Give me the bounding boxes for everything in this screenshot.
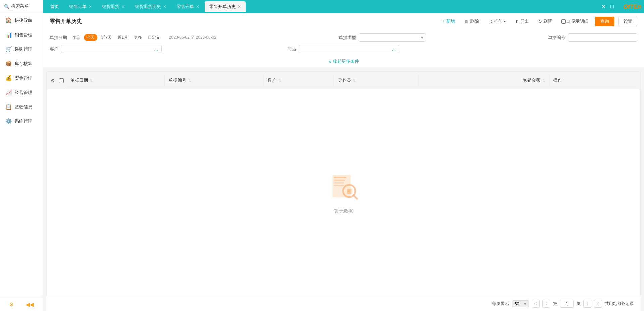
- last-page-btn[interactable]: ⟩⟩: [594, 300, 602, 308]
- add-button[interactable]: + 新增: [440, 17, 457, 26]
- first-page-btn[interactable]: ⟨⟨: [532, 300, 540, 308]
- tab-sales-order-close[interactable]: ✕: [89, 4, 92, 9]
- tab-sales-order-label: 销售订单: [69, 4, 87, 10]
- order-no-group: 单据编号: [548, 33, 637, 42]
- sidebar-item-purchase-mgmt[interactable]: 🛒 采购管理: [0, 42, 43, 56]
- filter-row-1: 单据日期 昨天 今天 近7天 近1月 更多 自定义 2023-06-02 至 2…: [50, 33, 637, 42]
- empty-illustration: [327, 171, 360, 204]
- tab-retail-open[interactable]: 零售开单 ✕: [172, 1, 204, 12]
- refresh-icon: ↻: [538, 19, 542, 24]
- export-button[interactable]: ⬆ 导出: [512, 17, 532, 26]
- per-page-select[interactable]: 10 20 50 100: [512, 300, 529, 307]
- window-close-btn[interactable]: ✕: [601, 4, 606, 10]
- goods-dots-btn[interactable]: ...: [391, 46, 397, 52]
- customer-filter-group: 客户 ...: [50, 45, 162, 53]
- table-header-toolbar: ⚙ 单据日期 ⇅ 单据编号 ⇅: [46, 71, 641, 89]
- prev-page-btn[interactable]: ⟨: [542, 300, 550, 308]
- svg-rect-3: [334, 182, 343, 183]
- tab-home[interactable]: 首页: [46, 1, 64, 12]
- goods-input-wrapper: ...: [299, 45, 399, 53]
- sidebar-footer: ⚙ ◀◀: [0, 298, 43, 311]
- date-btn-more[interactable]: 更多: [132, 34, 144, 41]
- collapse-chevron-icon: ∧: [328, 59, 332, 64]
- order-no-input[interactable]: [568, 33, 637, 42]
- tab-sales-return-close[interactable]: ✕: [121, 4, 125, 9]
- date-btn-today[interactable]: 今天: [84, 34, 97, 41]
- sidebar-item-quick-nav[interactable]: 🏠 快捷导航: [0, 13, 43, 28]
- search-btn-label: 查询: [600, 18, 609, 24]
- next-page-btn[interactable]: ⟩: [583, 300, 591, 308]
- content-area: 零售开单历史 + 新增 🗑 删除 🖨 打印 ▾ ⬆ 导出: [43, 13, 644, 311]
- sys-icon: ⚙️: [5, 118, 12, 124]
- tab-sales-order[interactable]: 销售订单 ✕: [64, 1, 97, 12]
- col-action: 操作: [549, 74, 636, 86]
- print-button[interactable]: 🖨 打印 ▾: [486, 17, 508, 26]
- refresh-button[interactable]: ↻ 刷新: [536, 17, 555, 26]
- date-filter-label: 单据日期: [50, 35, 67, 41]
- sort-customer-icon[interactable]: ⇅: [278, 79, 281, 82]
- sidebar-item-sys-mgmt[interactable]: ⚙️ 系统管理: [0, 114, 43, 128]
- setting-button[interactable]: 设置: [618, 17, 637, 26]
- sidebar-item-label: 资金管理: [15, 75, 32, 81]
- tab-sales-return[interactable]: 销货退货 ✕: [97, 1, 130, 12]
- window-restore-btn[interactable]: □: [610, 4, 614, 10]
- tabbar-right: ✕ □ OfTEn: [601, 3, 641, 10]
- search-button[interactable]: 查询: [595, 17, 614, 26]
- display-detail-checkbox[interactable]: [561, 19, 566, 24]
- order-type-group: 单据类型: [339, 33, 426, 42]
- customer-dots-btn[interactable]: ...: [153, 46, 159, 52]
- settings-footer-icon[interactable]: ⚙: [9, 301, 14, 308]
- tab-sales-return-label: 销货退货: [102, 4, 119, 10]
- sidebar-item-basic-info[interactable]: 📋 基础信息: [0, 100, 43, 114]
- sidebar-item-label: 采购管理: [15, 46, 32, 52]
- tab-retail-open-history[interactable]: 零售开单历史 ✕: [205, 1, 246, 12]
- column-settings-icon[interactable]: ⚙: [51, 78, 55, 83]
- display-detail-button[interactable]: □ 显示明细: [559, 17, 591, 26]
- toolbar: + 新增 🗑 删除 🖨 打印 ▾ ⬆ 导出 ↻ 刷新: [440, 17, 637, 26]
- sort-amount-icon[interactable]: ⇅: [542, 79, 545, 82]
- collapse-label: 收起更多条件: [333, 58, 359, 64]
- tab-retail-open-history-close[interactable]: ✕: [238, 4, 241, 9]
- tab-sales-return-history-close[interactable]: ✕: [163, 4, 166, 9]
- sidebar-item-label: 经营管理: [15, 90, 32, 96]
- brand-logo: OfTEn: [623, 3, 641, 10]
- date-btn-last7[interactable]: 近7天: [99, 34, 114, 41]
- sort-salesperson-icon[interactable]: ⇅: [353, 79, 356, 82]
- customer-input[interactable]: [63, 47, 153, 52]
- date-btn-yesterday[interactable]: 昨天: [70, 34, 82, 41]
- sales-icon: 📊: [5, 32, 12, 38]
- add-label: + 新增: [442, 18, 455, 24]
- sidebar-nav: 🏠 快捷导航 📊 销售管理 🛒 采购管理 📦 库存核算 💰 资金管理 📈 经营管…: [0, 13, 43, 298]
- date-btn-custom[interactable]: 自定义: [146, 34, 162, 41]
- sidebar-item-label: 销售管理: [15, 32, 32, 38]
- sidebar-search[interactable]: 🔍 搜索采单: [0, 0, 43, 13]
- date-btn-last-month[interactable]: 近1月: [116, 34, 130, 41]
- page-header: 零售开单历史 + 新增 🗑 删除 🖨 打印 ▾ ⬆ 导出: [43, 13, 644, 30]
- sort-no-icon[interactable]: ⇅: [188, 79, 191, 82]
- order-type-select[interactable]: [359, 33, 426, 42]
- filter-area: 单据日期 昨天 今天 近7天 近1月 更多 自定义 2023-06-02 至 2…: [43, 30, 644, 68]
- inventory-icon: 📦: [5, 60, 12, 67]
- sidebar-item-label: 快捷导航: [15, 17, 32, 23]
- goods-label: 商品: [287, 46, 296, 52]
- tab-retail-open-label: 零售开单: [177, 4, 194, 10]
- collapse-sidebar-icon[interactable]: ◀◀: [26, 301, 34, 308]
- order-no-label: 单据编号: [548, 35, 565, 41]
- sidebar-item-sales-mgmt[interactable]: 📊 销售管理: [0, 28, 43, 42]
- select-all-checkbox[interactable]: [59, 78, 64, 83]
- goods-input[interactable]: [301, 47, 390, 52]
- filter-row-2: 客户 ... 商品 ...: [50, 45, 637, 53]
- sidebar-item-inventory[interactable]: 📦 库存核算: [0, 56, 43, 71]
- sidebar-item-finance[interactable]: 💰 资金管理: [0, 71, 43, 85]
- tab-retail-open-history-label: 零售开单历史: [209, 4, 236, 10]
- page-number-input[interactable]: [560, 300, 574, 308]
- tab-home-label: 首页: [50, 4, 59, 10]
- col-amount: 实销金额 ⇅: [418, 74, 549, 86]
- delete-button[interactable]: 🗑 删除: [462, 17, 482, 26]
- tab-retail-open-close[interactable]: ✕: [196, 4, 199, 9]
- tab-sales-return-history[interactable]: 销货退货历史 ✕: [130, 1, 171, 12]
- collapse-filter-btn[interactable]: ∧ 收起更多条件: [50, 56, 637, 64]
- sidebar-item-operation[interactable]: 📈 经营管理: [0, 85, 43, 100]
- sort-date-icon[interactable]: ⇅: [90, 79, 93, 82]
- operation-icon: 📈: [5, 89, 12, 96]
